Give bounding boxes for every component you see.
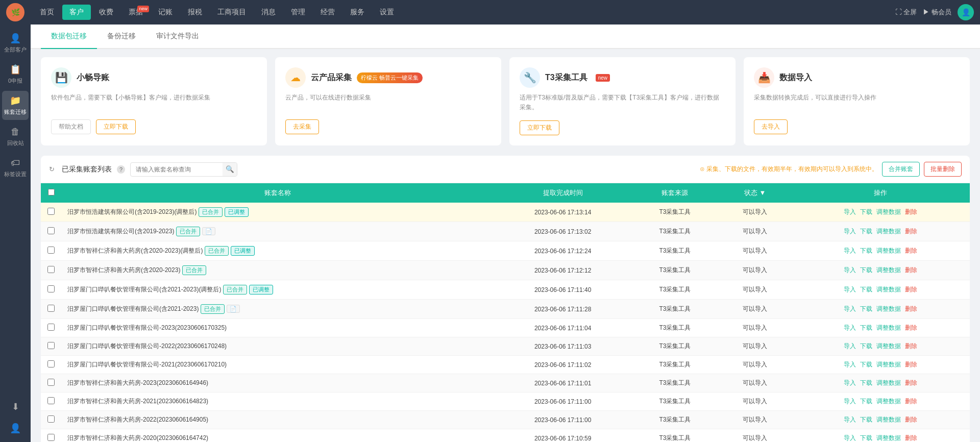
sidebar-item-recycle[interactable]: 🗑 回收站 [2,122,29,151]
nav-manage[interactable]: 管理 [284,5,312,20]
sidebar-item-account-migrate[interactable]: 📁 账套迁移 [2,91,29,120]
op-link-删除[interactable]: 删除 [905,361,917,368]
op-link-导入[interactable]: 导入 [844,434,856,441]
row-checkbox[interactable] [47,324,55,331]
sidebar-item-tag-settings[interactable]: 🏷 标签设置 [2,153,29,182]
op-link-下载[interactable]: 下载 [860,342,872,350]
nav-customer[interactable]: 客户 [62,5,91,20]
op-link-删除[interactable]: 删除 [905,305,917,312]
op-link-删除[interactable]: 删除 [905,342,917,350]
op-link-调整数据[interactable]: 调整数据 [876,286,901,293]
row-checkbox[interactable] [47,227,55,234]
op-link-导入[interactable]: 导入 [844,379,856,386]
merge-account-button[interactable]: 合并账套 [882,162,920,177]
op-link-调整数据[interactable]: 调整数据 [876,361,901,368]
user-avatar[interactable]: 👤 [958,4,974,20]
row-checkbox[interactable] [47,305,55,312]
op-link-导入[interactable]: 导入 [844,342,856,350]
row-checkbox[interactable] [47,379,55,386]
op-link-删除[interactable]: 删除 [905,266,917,274]
nav-invoice[interactable]: 票据 new [121,5,150,20]
nav-home[interactable]: 首页 [33,5,61,20]
sidebar-item-zero-declare[interactable]: 📋 0申报 [2,60,29,89]
op-link-调整数据[interactable]: 调整数据 [876,305,901,312]
nav-service[interactable]: 服务 [343,5,372,20]
op-link-调整数据[interactable]: 调整数据 [876,416,901,423]
tab-data-package[interactable]: 数据包迁移 [41,24,97,49]
op-link-下载[interactable]: 下载 [860,286,872,293]
op-link-调整数据[interactable]: 调整数据 [876,247,901,254]
batch-delete-button[interactable]: 批量删除 [924,162,962,177]
op-link-下载[interactable]: 下载 [860,305,872,312]
sidebar-item-all-customers[interactable]: 👤 全部客户 [2,29,29,58]
op-link-导入[interactable]: 导入 [844,361,856,368]
row-checkbox[interactable] [47,208,55,215]
tab-backup-migrate[interactable]: 备份迁移 [97,24,146,49]
row-checkbox[interactable] [47,247,55,254]
op-link-删除[interactable]: 删除 [905,208,917,215]
row-checkbox[interactable] [47,397,55,404]
op-link-下载[interactable]: 下载 [860,361,872,368]
nav-tax[interactable]: 报税 [181,5,209,20]
t3-download-button[interactable]: 立即下载 [520,120,559,135]
op-link-导入[interactable]: 导入 [844,266,856,274]
op-link-导入[interactable]: 导入 [844,247,856,254]
op-link-下载[interactable]: 下载 [860,324,872,331]
sidebar-user-btn[interactable]: 👤 [2,419,29,438]
op-link-下载[interactable]: 下载 [860,266,872,274]
op-link-下载[interactable]: 下载 [860,434,872,441]
row-checkbox[interactable] [47,285,55,292]
row-checkbox[interactable] [47,360,55,367]
go-import-button[interactable]: 去导入 [754,119,788,134]
op-link-调整数据[interactable]: 调整数据 [876,228,901,235]
sidebar-download-btn[interactable]: ⬇ [2,397,29,416]
op-link-调整数据[interactable]: 调整数据 [876,434,901,441]
op-link-删除[interactable]: 删除 [905,398,917,405]
row-checkbox[interactable] [47,342,55,349]
op-link-删除[interactable]: 删除 [905,379,917,386]
row-checkbox[interactable] [47,266,55,273]
nav-business[interactable]: 工商项目 [210,5,253,20]
op-link-调整数据[interactable]: 调整数据 [876,398,901,405]
go-collect-button[interactable]: 去采集 [285,119,319,134]
op-link-导入[interactable]: 导入 [844,305,856,312]
op-link-删除[interactable]: 删除 [905,286,917,293]
help-icon[interactable]: ? [117,165,125,174]
op-link-删除[interactable]: 删除 [905,434,917,441]
select-all-checkbox[interactable] [48,189,55,195]
op-link-删除[interactable]: 删除 [905,416,917,423]
search-button[interactable]: 🔍 [223,162,237,177]
op-link-调整数据[interactable]: 调整数据 [876,266,901,274]
op-link-删除[interactable]: 删除 [905,324,917,331]
op-link-调整数据[interactable]: 调整数据 [876,342,901,350]
fullscreen-button[interactable]: ⛶ 全屏 [895,8,917,17]
search-input[interactable] [131,166,223,173]
nav-bookkeeping[interactable]: 记账 [151,5,180,20]
op-link-导入[interactable]: 导入 [844,208,856,215]
tab-audit-export[interactable]: 审计文件导出 [146,24,209,49]
help-doc-button[interactable]: 帮助文档 [51,119,91,134]
op-link-下载[interactable]: 下载 [860,247,872,254]
op-link-下载[interactable]: 下载 [860,379,872,386]
op-link-下载[interactable]: 下载 [860,228,872,235]
op-link-导入[interactable]: 导入 [844,416,856,423]
op-link-导入[interactable]: 导入 [844,286,856,293]
nav-fee[interactable]: 收费 [92,5,120,20]
member-button[interactable]: ▶ 畅会员 [923,8,951,17]
op-link-导入[interactable]: 导入 [844,228,856,235]
op-link-调整数据[interactable]: 调整数据 [876,208,901,215]
download-now-button[interactable]: 立即下载 [96,119,136,134]
op-link-下载[interactable]: 下载 [860,398,872,405]
nav-operation[interactable]: 经营 [313,5,342,20]
op-link-导入[interactable]: 导入 [844,324,856,331]
op-link-删除[interactable]: 删除 [905,247,917,254]
op-link-调整数据[interactable]: 调整数据 [876,324,901,331]
nav-settings[interactable]: 设置 [373,5,401,20]
refresh-icon[interactable]: ↻ [49,165,55,173]
op-link-导入[interactable]: 导入 [844,398,856,405]
op-link-删除[interactable]: 删除 [905,228,917,235]
nav-message[interactable]: 消息 [254,5,283,20]
op-link-下载[interactable]: 下载 [860,208,872,215]
row-checkbox[interactable] [47,415,55,423]
op-link-下载[interactable]: 下载 [860,416,872,423]
